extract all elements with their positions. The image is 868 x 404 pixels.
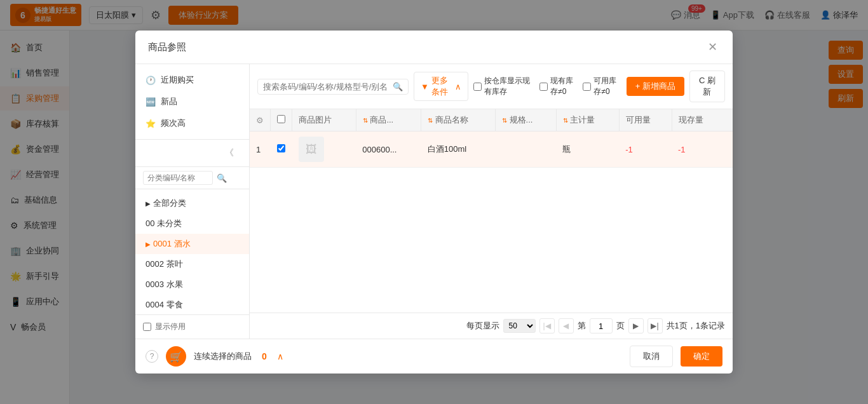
- help-icon[interactable]: ?: [146, 350, 158, 363]
- first-page-button[interactable]: |◀: [539, 318, 555, 333]
- table-row[interactable]: 1 🖼 000600... 白酒100ml 瓶 -1: [250, 131, 733, 168]
- row-seq: 1: [250, 131, 271, 168]
- new-product-item[interactable]: 🆕 新品: [135, 91, 249, 112]
- row-image: 🖼: [292, 131, 356, 168]
- table-settings-header[interactable]: ⚙: [250, 109, 271, 131]
- sort-icon-unit: ⇅: [563, 117, 568, 124]
- frequent-label: 频次高: [161, 118, 186, 129]
- product-table: ⚙ 商品图片 ⇅ 商品...: [250, 109, 733, 168]
- show-disabled-area: 显示停用: [135, 314, 249, 339]
- footer-collapse-button[interactable]: ∧: [277, 351, 283, 361]
- product-table-container: ⚙ 商品图片 ⇅ 商品...: [250, 109, 733, 313]
- category-0002-label: 0002 茶叶: [146, 259, 183, 269]
- modal-right-panel: 🔍 ▼ 更多条件 ∧ 按仓库显示现有库存 现有库存≠0 可用库存≠0: [250, 64, 733, 339]
- table-header-unit[interactable]: ⇅ 主计量: [556, 109, 619, 131]
- show-disabled-checkbox[interactable]: [143, 323, 151, 331]
- modal-left-panel: 🕐 近期购买 🆕 新品 ⭐ 频次高 《 🔍: [135, 64, 250, 339]
- stock-nonzero-label: 现有库存≠0: [550, 76, 578, 97]
- page-unit: 页: [616, 320, 625, 332]
- category-0003[interactable]: 0003 水果: [135, 274, 249, 295]
- category-search-icon[interactable]: 🔍: [217, 173, 227, 183]
- table-header-spec[interactable]: ⇅ 规格...: [495, 109, 556, 131]
- row-stock: -1: [672, 131, 733, 168]
- modal-body: 🕐 近期购买 🆕 新品 ⭐ 频次高 《 🔍: [135, 64, 733, 339]
- table-header-available: 可用量: [619, 109, 672, 131]
- sort-icon-name: ⇅: [428, 117, 433, 124]
- category-list: ▶ 全部分类 00 未分类 ▶ 0001 酒水 0002 茶叶 0003 水果: [135, 189, 249, 314]
- add-product-button[interactable]: + 新增商品: [627, 77, 684, 96]
- table-header-name[interactable]: ⇅ 商品名称: [421, 109, 496, 131]
- modal-toolbar: 🔍 ▼ 更多条件 ∧ 按仓库显示现有库存 现有库存≠0 可用库存≠0: [250, 64, 733, 109]
- category-all-label: 全部分类: [153, 198, 186, 209]
- available-nonzero-label: 可用库存≠0: [593, 76, 621, 97]
- table-header-stock: 现存量: [672, 109, 733, 131]
- product-reference-modal: 商品参照 ✕ 🕐 近期购买 🆕 新品 ⭐ 频次高 《: [135, 30, 733, 374]
- filter-label: 更多条件: [431, 75, 452, 98]
- select-all-checkbox[interactable]: [277, 115, 285, 123]
- product-search-input[interactable]: [263, 82, 390, 91]
- category-all[interactable]: ▶ 全部分类: [135, 193, 249, 213]
- category-search-input[interactable]: [143, 171, 213, 185]
- next-page-button[interactable]: ▶: [628, 318, 644, 333]
- show-disabled-label: 显示停用: [155, 321, 186, 332]
- stock-nonzero-checkbox[interactable]: [539, 83, 548, 91]
- row-select-checkbox[interactable]: [277, 144, 285, 152]
- prev-page-button[interactable]: ◀: [559, 318, 574, 333]
- last-page-button[interactable]: ▶|: [648, 318, 663, 333]
- category-0001[interactable]: ▶ 0001 酒水: [135, 234, 249, 254]
- available-nonzero-checkbox[interactable]: [583, 83, 591, 91]
- category-00-label: 00 未分类: [146, 219, 182, 228]
- page-size-select[interactable]: 50 10 20 100: [503, 319, 536, 333]
- recent-icon: 🕐: [146, 76, 156, 85]
- product-search-box: 🔍: [257, 79, 409, 95]
- modal-close-button[interactable]: ✕: [705, 39, 720, 55]
- table-checkbox-header: [271, 109, 292, 131]
- page-number-input[interactable]: [590, 318, 613, 333]
- row-unit: 瓶: [556, 131, 619, 168]
- warehouse-filter: 按仓库显示现有库存: [473, 76, 534, 97]
- table-header-row: ⚙ 商品图片 ⇅ 商品...: [250, 109, 733, 131]
- category-0004-label: 0004 零食: [146, 300, 183, 309]
- category-0001-label: 0001 酒水: [153, 238, 191, 250]
- category-0003-label: 0003 水果: [146, 279, 183, 289]
- modal-title: 商品参照: [148, 41, 186, 53]
- filter-arrow-icon: ∧: [455, 82, 461, 91]
- selection-count: 0: [262, 351, 267, 361]
- arrow-0001-icon: ▶: [146, 241, 151, 248]
- recent-purchase-item[interactable]: 🕐 近期购买: [135, 69, 249, 91]
- product-image: 🖼: [299, 137, 324, 162]
- row-spec: [495, 131, 556, 168]
- sort-icon-code: ⇅: [363, 117, 368, 124]
- table-header-code[interactable]: ⇅ 商品...: [356, 109, 421, 131]
- recent-label: 近期购买: [161, 74, 194, 86]
- row-available: -1: [619, 131, 672, 168]
- category-00[interactable]: 00 未分类: [135, 213, 249, 234]
- modal-footer: ? 🛒 连续选择的商品 0 ∧ 取消 确定: [135, 339, 733, 374]
- cart-icon-button[interactable]: 🛒: [166, 346, 186, 367]
- search-icon[interactable]: 🔍: [393, 82, 403, 91]
- row-name: 白酒100ml: [421, 131, 496, 168]
- available-nonzero-filter: 可用库存≠0: [583, 76, 621, 97]
- category-search-area: 🔍: [135, 167, 249, 189]
- recent-menu: 🕐 近期购买 🆕 新品 ⭐ 频次高: [135, 64, 249, 140]
- warehouse-label: 按仓库显示现有库存: [484, 76, 534, 97]
- new-label: 新品: [161, 96, 177, 107]
- filter-icon: ▼: [421, 82, 429, 91]
- category-0002[interactable]: 0002 茶叶: [135, 254, 249, 274]
- refresh-product-button[interactable]: C 刷新: [689, 71, 725, 102]
- page-label: 第: [578, 320, 586, 332]
- row-code: 000600...: [356, 131, 421, 168]
- more-filters-button[interactable]: ▼ 更多条件 ∧: [414, 72, 468, 101]
- collapse-panel-button[interactable]: 《: [220, 145, 239, 161]
- warehouse-checkbox[interactable]: [473, 83, 482, 91]
- stock-nonzero-filter: 现有库存≠0: [539, 76, 578, 97]
- category-0004[interactable]: 0004 零食: [135, 295, 249, 314]
- frequent-icon: ⭐: [146, 119, 156, 128]
- all-arrow-icon: ▶: [146, 200, 151, 207]
- table-header-image: 商品图片: [292, 109, 356, 131]
- cancel-button[interactable]: 取消: [630, 346, 673, 367]
- frequent-item[interactable]: ⭐ 频次高: [135, 112, 249, 134]
- confirm-button[interactable]: 确定: [681, 346, 722, 367]
- sort-icon-spec: ⇅: [502, 117, 507, 124]
- row-checkbox: [271, 131, 292, 168]
